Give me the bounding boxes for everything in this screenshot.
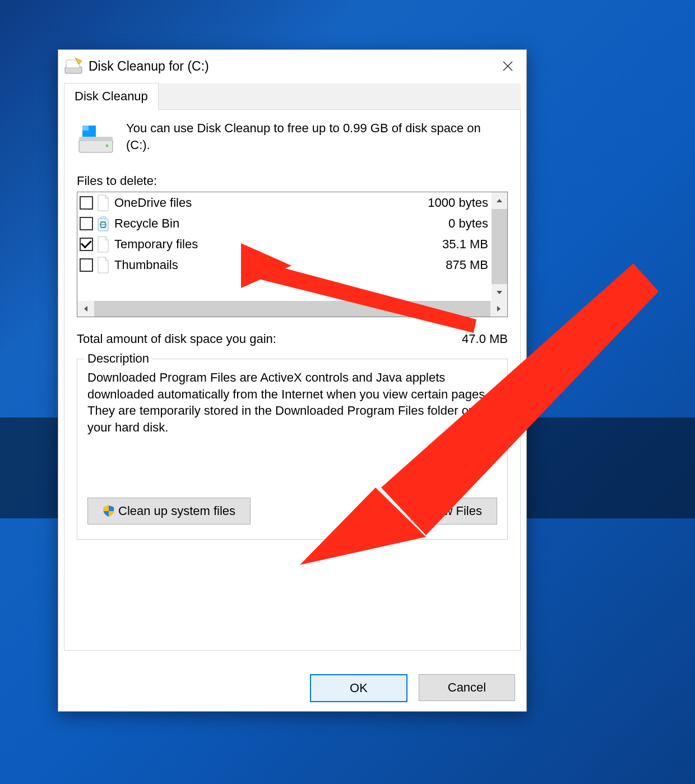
intro-text: You can use Disk Cleanup to free up to 0… <box>126 120 508 153</box>
ok-label: OK <box>350 681 368 695</box>
dialog-footer: OK Cancel <box>310 674 515 702</box>
svg-point-7 <box>106 145 109 147</box>
svg-rect-5 <box>82 126 89 131</box>
view-files-label: View Files <box>426 504 482 518</box>
vertical-scrollbar[interactable] <box>492 192 507 301</box>
scroll-right-icon[interactable] <box>490 301 507 317</box>
total-label: Total amount of disk space you gain: <box>77 332 276 346</box>
close-icon <box>502 61 513 72</box>
ok-button[interactable]: OK <box>310 674 407 702</box>
scroll-up-icon[interactable] <box>492 192 507 209</box>
titlebar[interactable]: Disk Cleanup for (C:) <box>58 50 526 83</box>
tab-strip: Disk Cleanup <box>64 83 521 110</box>
file-icon <box>96 194 110 211</box>
horizontal-scrollbar[interactable] <box>77 301 507 317</box>
tab-content: You can use Disk Cleanup to free up to 0… <box>64 110 521 651</box>
tab-label: Disk Cleanup <box>75 89 148 104</box>
file-size: 875 MB <box>440 258 488 272</box>
file-name: Recycle Bin <box>114 216 443 231</box>
disk-cleanup-icon <box>64 57 83 76</box>
file-checkbox[interactable] <box>80 238 93 251</box>
svg-rect-6 <box>89 126 96 131</box>
uac-shield-icon <box>103 505 115 517</box>
files-listbox[interactable]: OneDrive files1000 bytesRecycle Bin0 byt… <box>77 192 508 317</box>
file-name: OneDrive files <box>114 196 422 210</box>
file-size: 35.1 MB <box>437 237 488 252</box>
file-checkbox[interactable] <box>80 196 93 210</box>
tab-disk-cleanup[interactable]: Disk Cleanup <box>64 83 159 110</box>
description-legend: Description <box>84 351 152 366</box>
close-button[interactable] <box>495 56 521 76</box>
window-title: Disk Cleanup for (C:) <box>89 59 209 74</box>
cancel-button[interactable]: Cancel <box>419 674 515 701</box>
file-icon <box>96 257 110 273</box>
file-checkbox[interactable] <box>80 217 93 230</box>
file-row[interactable]: Thumbnails875 MB <box>77 254 492 275</box>
svg-rect-3 <box>79 137 113 141</box>
desktop-background: Disk Cleanup for (C:) Disk Cleanup <box>0 0 695 784</box>
file-row[interactable]: OneDrive files1000 bytes <box>77 192 492 213</box>
horizontal-scroll-track[interactable] <box>94 301 490 317</box>
disk-cleanup-dialog: Disk Cleanup for (C:) Disk Cleanup <box>58 49 527 712</box>
file-name: Thumbnails <box>114 258 440 272</box>
cancel-label: Cancel <box>448 680 486 695</box>
file-checkbox[interactable] <box>80 258 93 272</box>
recycle-bin-icon <box>96 215 110 232</box>
drive-icon <box>77 120 115 158</box>
file-icon <box>96 236 110 253</box>
scroll-left-icon[interactable] <box>77 301 94 317</box>
file-name: Temporary files <box>114 237 437 252</box>
files-to-delete-label: Files to delete: <box>77 174 508 188</box>
file-size: 1000 bytes <box>422 196 488 210</box>
description-group: Description Downloaded Program Files are… <box>77 359 508 540</box>
description-text: Downloaded Program Files are ActiveX con… <box>87 369 497 436</box>
cleanup-button-label: Clean up system files <box>118 504 235 518</box>
vertical-scroll-track[interactable] <box>492 209 507 284</box>
total-value: 47.0 MB <box>462 332 508 346</box>
scroll-down-icon[interactable] <box>492 284 507 301</box>
view-files-button[interactable]: View Files <box>411 498 497 525</box>
file-row[interactable]: Temporary files35.1 MB <box>77 234 492 254</box>
file-size: 0 bytes <box>443 216 488 231</box>
cleanup-system-files-button[interactable]: Clean up system files <box>87 498 251 525</box>
file-row[interactable]: Recycle Bin0 bytes <box>77 213 492 234</box>
